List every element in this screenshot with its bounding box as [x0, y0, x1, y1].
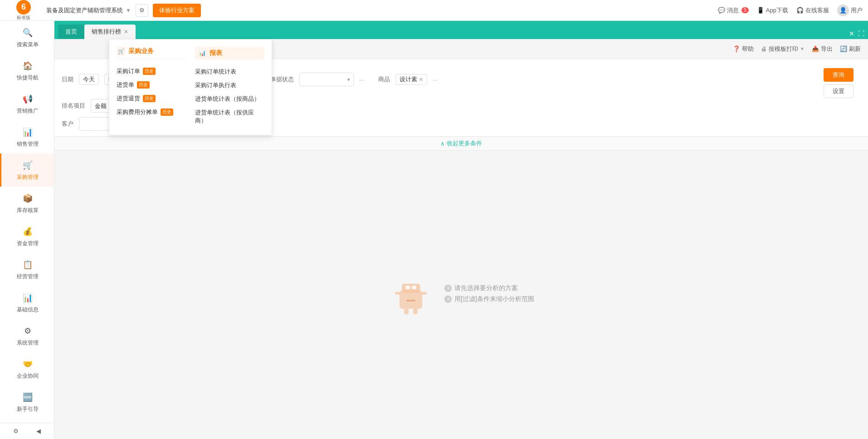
system-icon: ⚙: [21, 325, 34, 337]
goods-tag: 设计素 ✕: [395, 74, 427, 85]
logo: 6 标准版: [5, 0, 42, 21]
app-download-label: App下载: [766, 6, 788, 15]
app-download-btn[interactable]: 📱 App下载: [757, 6, 788, 15]
collapse-up-icon: ∧: [440, 140, 445, 147]
svg-rect-3: [412, 286, 416, 289]
order-exec-label: 采购订单执行表: [195, 81, 236, 89]
query-btn[interactable]: 查询: [824, 68, 853, 82]
dropdown-item-return[interactable]: 进货退货 历史: [117, 92, 186, 105]
export-label: 导出: [821, 45, 833, 53]
svg-rect-8: [413, 309, 418, 314]
message-label: 消息: [727, 6, 739, 15]
tab-sales-ranking[interactable]: 销售排行榜 ✕: [84, 25, 136, 39]
tab-close-all-icon[interactable]: ✕: [849, 30, 854, 37]
empty-text: ① 请先选择要分析的方案 ② 用[过滤]条件来缩小分析范围: [444, 284, 534, 306]
doc-status-select[interactable]: [299, 73, 354, 86]
fund-icon: 💰: [21, 225, 34, 238]
delivery-stats-goods-label: 进货单统计表（按商品）: [195, 95, 260, 103]
marketing-icon: 📢: [21, 93, 34, 105]
print-btn[interactable]: 🖨 按模板打印 ▼: [761, 45, 805, 53]
online-service-label: 在线客服: [805, 6, 829, 15]
sidebar-label-enterprise: 企业协同: [17, 372, 39, 380]
sidebar-item-operation[interactable]: 📋 经营管理: [0, 253, 54, 286]
sidebar-item-basic-info[interactable]: 📊 基础信息: [0, 286, 54, 319]
return-label: 进货退货: [117, 94, 140, 103]
help-btn[interactable]: ❓ 帮助: [733, 45, 754, 53]
dropdown-item-expense[interactable]: 采购费用分摊单 历史: [117, 105, 186, 119]
sidebar-label-fund: 资金管理: [17, 240, 39, 247]
sidebar-label-inventory: 库存核算: [17, 207, 39, 214]
sidebar-collapse-icon[interactable]: ◀: [36, 428, 41, 434]
tab-close-icon[interactable]: ✕: [124, 29, 128, 35]
delivery-hist-badge: 历史: [137, 81, 150, 89]
sidebar-item-guide[interactable]: 🆕 新手引导: [0, 385, 54, 419]
hint-circle-2: ②: [444, 296, 452, 303]
message-btn[interactable]: 💬 消息 5: [718, 6, 749, 15]
settings-icon[interactable]: ⚙: [136, 4, 148, 17]
sidebar-label-operation: 经营管理: [17, 273, 39, 281]
customer-label: 客户: [62, 120, 73, 128]
expense-label: 采购费用分摊单: [117, 108, 158, 116]
dropdown-arrow-icon: ▼: [126, 7, 131, 14]
dropdown-item-delivery-stats-goods[interactable]: 进货单统计表（按商品）: [195, 92, 264, 106]
set-btn[interactable]: 设置: [824, 84, 853, 98]
svg-rect-7: [404, 309, 409, 314]
online-service-btn[interactable]: 🎧 在线客服: [796, 6, 829, 15]
sidebar-item-marketing[interactable]: 📢 营销推广: [0, 87, 54, 120]
user-label: 用户: [851, 6, 863, 15]
sidebar-item-fund[interactable]: 💰 资金管理: [0, 220, 54, 253]
doc-status-dots[interactable]: ···: [359, 76, 364, 83]
svg-rect-4: [406, 300, 415, 301]
dropdown-item-order-stats[interactable]: 采购订单统计表: [195, 65, 264, 79]
order-stats-label: 采购订单统计表: [195, 68, 236, 76]
sidebar-item-quick-nav[interactable]: 🏠 快捷导航: [0, 54, 54, 87]
export-icon: 📤: [812, 45, 819, 52]
date-preset-today[interactable]: 今天: [79, 74, 99, 85]
sidebar-item-purchase[interactable]: 🛒 采购管理: [0, 153, 54, 187]
search-menu-icon: 🔍: [21, 26, 34, 39]
top-bar-right: 💬 消息 5 📱 App下载 🎧 在线客服 👤 用户: [718, 5, 863, 16]
query-panel: 查询 设置: [824, 68, 853, 98]
basic-info-icon: 📊: [21, 291, 34, 304]
ranking-label: 排名项目: [62, 102, 85, 110]
sidebar-item-system[interactable]: ⚙ 系统管理: [0, 319, 54, 352]
sidebar-item-sales[interactable]: 📊 销售管理: [0, 120, 54, 153]
dropdown-item-order-exec[interactable]: 采购订单执行表: [195, 79, 264, 92]
purchase-title-icon: 🛒: [117, 47, 126, 56]
user-btn[interactable]: 👤 用户: [837, 5, 863, 16]
dropdown-item-delivery-stats-supplier[interactable]: 进货单统计表（按供应商）: [195, 106, 264, 128]
doc-status-select-wrap: ▼: [299, 73, 354, 86]
sidebar-item-enterprise[interactable]: 🤝 企业协同: [0, 352, 54, 385]
empty-illustration: [388, 275, 434, 316]
tab-bar-right: ✕ ⛶: [849, 30, 864, 39]
logo-icon: 6: [16, 0, 31, 15]
report-col: 📊 报表 采购订单统计表 采购订单执行表 进货单统计表（按商品） 进货单统计表（…: [195, 47, 264, 128]
sidebar-settings-icon[interactable]: ⚙: [13, 428, 19, 434]
tab-expand-icon[interactable]: ⛶: [858, 30, 864, 37]
dropdown-item-delivery[interactable]: 进货单 历史: [117, 78, 186, 92]
sidebar-item-search[interactable]: 🔍 搜索菜单: [0, 21, 54, 54]
collapse-btn[interactable]: ∧ 收起更多条件: [440, 139, 482, 148]
export-btn[interactable]: 📤 导出: [812, 45, 833, 53]
sales-icon: 📊: [21, 126, 34, 138]
industry-btn[interactable]: 体验行业方案: [153, 4, 201, 17]
sidebar-item-inventory[interactable]: 📦 库存核算: [0, 187, 54, 220]
svg-rect-5: [395, 292, 400, 295]
delivery-stats-supplier-label: 进货单统计表（按供应商）: [195, 109, 264, 125]
dropdown-item-purchase-order[interactable]: 采购订单 历史: [117, 64, 186, 78]
goods-dots[interactable]: ···: [433, 76, 438, 83]
inventory-icon: 📦: [21, 192, 34, 205]
empty-state-content: ① 请先选择要分析的方案 ② 用[过滤]条件来缩小分析范围: [388, 275, 534, 316]
sidebar-label-system: 系统管理: [17, 339, 39, 347]
doc-status-label: 单据状态: [270, 75, 294, 84]
sidebar-label-guide: 新手引导: [17, 405, 39, 413]
top-bar: 6 标准版 装备及固定资产辅助管理系统 ▼ ⚙ 体验行业方案 💬 消息 5 📱 …: [0, 0, 868, 21]
delivery-label: 进货单: [117, 81, 134, 89]
tab-home[interactable]: 首页: [58, 25, 84, 39]
refresh-btn[interactable]: 🔄 刷新: [840, 45, 861, 53]
purchase-order-hist-badge: 历史: [143, 68, 156, 75]
svg-rect-1: [402, 284, 420, 293]
goods-tag-remove-btn[interactable]: ✕: [419, 77, 423, 83]
empty-hint-1: ① 请先选择要分析的方案: [444, 284, 534, 292]
empty-state: ① 请先选择要分析的方案 ② 用[过滤]条件来缩小分析范围: [54, 151, 868, 439]
